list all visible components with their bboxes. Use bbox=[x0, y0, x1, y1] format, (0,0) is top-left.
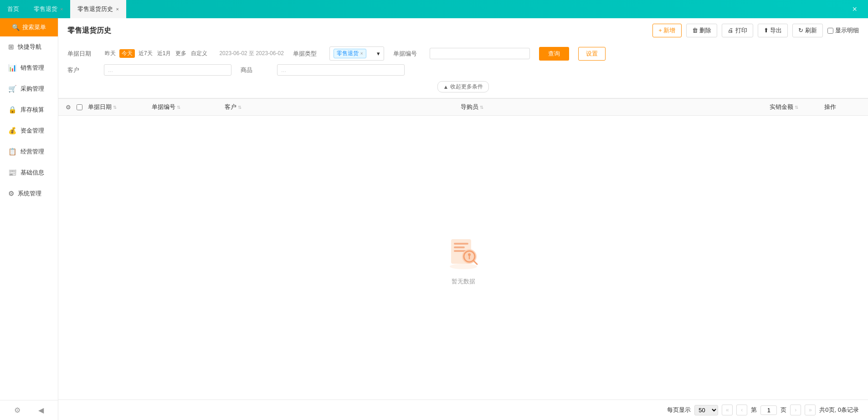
col-header-action: 操作 bbox=[824, 103, 861, 111]
tab-home[interactable]: 首页 bbox=[0, 0, 26, 18]
col-header-date[interactable]: 单据日期 ⇅ bbox=[88, 103, 152, 111]
type-tag: 零售退货 × bbox=[334, 49, 366, 58]
date-shortcut-more[interactable]: 更多 bbox=[175, 49, 187, 58]
col-amount-sort-icon: ⇅ bbox=[795, 105, 798, 110]
main-layout: 🔍 搜索菜单 ⊞快捷导航📊销售管理🛒采购管理🔒库存核算💰资金管理📋经营管理📰基础… bbox=[0, 18, 868, 420]
col-header-guide[interactable]: 导购员 ⇅ bbox=[461, 103, 534, 111]
sidebar-nav: ⊞快捷导航📊销售管理🛒采购管理🔒库存核算💰资金管理📋经营管理📰基础信息⚙系统管理 bbox=[0, 36, 58, 400]
date-shortcut-7days[interactable]: 近7天 bbox=[138, 49, 154, 58]
table-settings-icon[interactable]: ⚙ bbox=[66, 104, 71, 111]
nav-label-business-mgmt: 经营管理 bbox=[21, 148, 44, 156]
sidebar-item-basic-info[interactable]: 📰基础信息 bbox=[0, 162, 58, 183]
type-select-arrow: ▾ bbox=[377, 50, 380, 57]
col-header-amount[interactable]: 实销金额 ⇅ bbox=[770, 103, 824, 111]
nav-label-sales-mgmt: 销售管理 bbox=[21, 64, 44, 72]
type-filter-label: 单据类型 bbox=[293, 50, 320, 58]
sidebar-item-business-mgmt[interactable]: 📋经营管理 bbox=[0, 141, 58, 162]
search-icon: 🔍 bbox=[12, 24, 20, 31]
col-guide-sort-icon: ⇅ bbox=[480, 105, 483, 110]
pagination-bar: 每页显示 20 50 100 « ‹ 第 页 › » 共0页, 0条记录 bbox=[58, 400, 868, 420]
num-filter-input[interactable] bbox=[430, 48, 530, 59]
refresh-button[interactable]: ↻ 刷新 bbox=[792, 24, 823, 37]
nav-icon-basic-info: 📰 bbox=[8, 169, 17, 177]
collapse-button[interactable]: ▲ 收起更多条件 bbox=[437, 81, 489, 92]
table-header: ⚙ 单据日期 ⇅ 单据编号 ⇅ 客户 ⇅ 导购员 ⇅ bbox=[58, 98, 868, 116]
nav-label-finance-mgmt: 资金管理 bbox=[21, 127, 44, 135]
customer-filter-placeholder: ... bbox=[108, 67, 227, 73]
col-amount-label: 实销金额 bbox=[770, 103, 793, 111]
type-filter-select[interactable]: 零售退货 × ▾ bbox=[329, 46, 384, 61]
svg-line-7 bbox=[473, 261, 477, 264]
collapse-label: 收起更多条件 bbox=[450, 83, 483, 91]
date-shortcuts: 昨天 今天 近7天 近1月 更多 自定义 bbox=[104, 49, 208, 58]
nav-icon-purchase-mgmt: 🛒 bbox=[8, 85, 17, 93]
col-date-sort-icon: ⇅ bbox=[113, 105, 117, 110]
sidebar-item-purchase-mgmt[interactable]: 🛒采购管理 bbox=[0, 78, 58, 99]
sidebar-item-sales-mgmt[interactable]: 📊销售管理 bbox=[0, 57, 58, 78]
sidebar-search-button[interactable]: 🔍 搜索菜单 bbox=[0, 18, 58, 36]
page-size-select[interactable]: 20 50 100 bbox=[694, 405, 718, 415]
date-shortcut-1month[interactable]: 近1月 bbox=[156, 49, 172, 58]
show-detail-checkbox[interactable] bbox=[827, 28, 833, 34]
page-number-input[interactable] bbox=[760, 405, 777, 415]
num-filter-label: 单据编号 bbox=[393, 50, 421, 58]
page-title: 零售退货历史 bbox=[67, 26, 111, 36]
toolbar: + 新增 🗑 删除 🖨 打印 ⬆ 导出 ↻ 刷新 显示明细 bbox=[652, 24, 859, 37]
sidebar-item-quick-nav[interactable]: ⊞快捷导航 bbox=[0, 36, 58, 57]
total-label: 共0页, 0条记录 bbox=[819, 406, 859, 414]
type-tag-close[interactable]: × bbox=[360, 51, 363, 56]
show-detail-checkbox-label[interactable]: 显示明细 bbox=[827, 26, 859, 35]
page-size-label: 每页显示 bbox=[667, 406, 691, 414]
page-header-top: 零售退货历史 + 新增 🗑 删除 🖨 打印 ⬆ 导出 ↻ 刷新 显示明细 bbox=[67, 24, 859, 37]
date-shortcut-custom[interactable]: 自定义 bbox=[190, 49, 208, 58]
new-button[interactable]: + 新增 bbox=[652, 24, 681, 37]
sidebar-item-inventory[interactable]: 🔒库存核算 bbox=[0, 99, 58, 120]
sidebar-item-system-mgmt[interactable]: ⚙系统管理 bbox=[0, 183, 58, 204]
table-area: ⚙ 单据日期 ⇅ 单据编号 ⇅ 客户 ⇅ 导购员 ⇅ bbox=[58, 98, 868, 420]
empty-icon bbox=[443, 230, 484, 271]
main-content: 零售退货历史 + 新增 🗑 删除 🖨 打印 ⬆ 导出 ↻ 刷新 显示明细 单据日… bbox=[58, 18, 868, 420]
goods-filter-placeholder: ... bbox=[281, 67, 401, 73]
sidebar-collapse-icon[interactable]: ◀ bbox=[38, 406, 44, 415]
select-all-checkbox[interactable] bbox=[77, 104, 82, 110]
nav-label-basic-info: 基础信息 bbox=[21, 169, 44, 177]
query-button[interactable]: 查询 bbox=[539, 47, 569, 61]
col-num-label: 单据编号 bbox=[152, 103, 175, 111]
nav-icon-business-mgmt: 📋 bbox=[8, 148, 17, 156]
page-first-button[interactable]: « bbox=[722, 405, 733, 415]
tab-close-return-history[interactable]: × bbox=[116, 6, 118, 12]
col-action-label: 操作 bbox=[824, 103, 836, 111]
page-next-button[interactable]: › bbox=[790, 405, 801, 415]
sidebar-bottom: ⚙ ◀ bbox=[0, 400, 58, 420]
print-button[interactable]: 🖨 打印 bbox=[722, 24, 753, 37]
sidebar-item-finance-mgmt[interactable]: 💰资金管理 bbox=[0, 120, 58, 141]
empty-state: 暂无数据 bbox=[58, 116, 868, 400]
page-header: 零售退货历史 + 新增 🗑 删除 🖨 打印 ⬆ 导出 ↻ 刷新 显示明细 单据日… bbox=[58, 18, 868, 98]
svg-point-0 bbox=[450, 264, 477, 269]
tab-return[interactable]: 零售退货× bbox=[26, 0, 70, 18]
col-header-customer[interactable]: 客户 ⇅ bbox=[225, 103, 461, 111]
filter-row-1: 单据日期 昨天 今天 近7天 近1月 更多 自定义 2023-06-02 至 2… bbox=[67, 46, 859, 61]
export-button[interactable]: ⬆ 导出 bbox=[758, 24, 788, 37]
nav-icon-system-mgmt: ⚙ bbox=[8, 190, 14, 198]
page-last-button[interactable]: » bbox=[805, 405, 816, 415]
nav-icon-inventory: 🔒 bbox=[8, 106, 17, 114]
tab-close-return[interactable]: × bbox=[60, 6, 63, 12]
date-shortcut-yesterday[interactable]: 昨天 bbox=[104, 49, 117, 58]
window-close-button[interactable]: × bbox=[848, 5, 861, 14]
sidebar-settings-icon[interactable]: ⚙ bbox=[14, 406, 21, 415]
show-detail-label: 显示明细 bbox=[835, 26, 859, 35]
date-shortcut-today[interactable]: 今天 bbox=[119, 49, 135, 58]
col-guide-label: 导购员 bbox=[461, 103, 478, 111]
empty-text: 暂无数据 bbox=[452, 277, 475, 286]
nav-label-quick-nav: 快捷导航 bbox=[18, 43, 41, 51]
col-header-num[interactable]: 单据编号 ⇅ bbox=[152, 103, 225, 111]
page-size-dropdown[interactable]: 20 50 100 bbox=[694, 405, 718, 415]
tab-return-history[interactable]: 零售退货历史× bbox=[70, 0, 126, 18]
nav-icon-quick-nav: ⊞ bbox=[8, 43, 14, 51]
delete-button[interactable]: 🗑 删除 bbox=[686, 24, 718, 37]
settings-button[interactable]: 设置 bbox=[578, 47, 606, 61]
svg-rect-2 bbox=[454, 243, 468, 245]
nav-icon-sales-mgmt: 📊 bbox=[8, 64, 17, 72]
page-prev-button[interactable]: ‹ bbox=[736, 405, 747, 415]
